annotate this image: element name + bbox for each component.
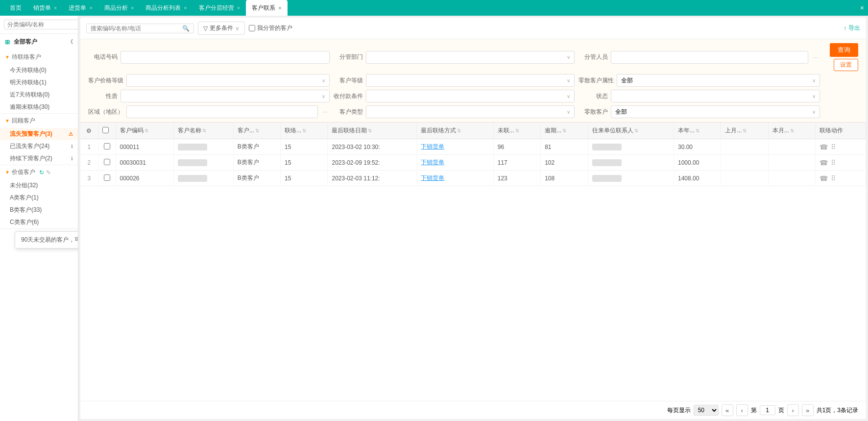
search-input[interactable] [91, 25, 180, 32]
sidebar-item-classB[interactable]: B类客户(33) [0, 204, 78, 216]
my-managed-checkbox[interactable] [249, 25, 255, 31]
phone-icon-1[interactable]: ☎ [820, 159, 828, 167]
phone-icon-0[interactable]: ☎ [820, 143, 828, 151]
input-person[interactable] [611, 51, 808, 64]
more-icon-2[interactable]: ⠿ [831, 174, 836, 182]
th-this-year[interactable]: 本年...⇅ [674, 123, 721, 139]
close-purchase[interactable]: × [89, 5, 92, 11]
edit-icon[interactable]: ✎ [46, 169, 51, 176]
sidebar-search-input[interactable] [4, 20, 78, 29]
sidebar-item-churned[interactable]: 已流失客户(24) ℹ [0, 140, 78, 152]
section-title-pending[interactable]: ▼ 待联络客户 [0, 50, 78, 64]
per-page-select[interactable]: 50 100 [694, 405, 719, 416]
cell-lastmethod-1[interactable]: 下销货单 [417, 155, 493, 171]
label-scatter-cust: 零散客户 [579, 108, 608, 116]
label-person: 分管人员 [579, 53, 608, 61]
more-conditions-btn[interactable]: ▽ 更多条件 ∨ [198, 22, 245, 35]
sidebar-item-tomorrow[interactable]: 明天待联络(1) [0, 76, 78, 89]
sidebar-item-declining[interactable]: 持续下滑客户(2) ℹ [0, 152, 78, 165]
settings-btn[interactable]: 设置 [834, 59, 858, 71]
search-icon-toolbar[interactable]: 🔍 [182, 25, 190, 32]
th-contact-person[interactable]: 往来单位联系人⇅ [588, 123, 674, 139]
th-contact[interactable]: 联络...⇅ [281, 123, 328, 139]
row-checkbox-0[interactable] [104, 143, 110, 149]
my-managed-label[interactable]: 我分管的客户 [249, 24, 292, 32]
th-this-month[interactable]: 本月...⇅ [768, 123, 815, 139]
prev-page-btn[interactable]: ‹ [736, 404, 748, 416]
close-all-tabs[interactable]: × [860, 4, 864, 12]
select-all-checkbox[interactable] [102, 127, 109, 133]
cell-lastmethod-2[interactable]: 下销货单 [417, 171, 493, 186]
nav-home[interactable]: 首页 [4, 0, 27, 16]
dots-region[interactable]: ··· [321, 108, 330, 115]
sidebar-all-customers[interactable]: ⊞ 全部客户 《 [0, 34, 78, 50]
cell-check-1[interactable] [98, 155, 116, 171]
close-product-list[interactable]: × [184, 5, 187, 11]
close-sales[interactable]: × [54, 5, 57, 11]
nav-sales[interactable]: 销货单 × [27, 0, 63, 16]
cell-lastmethod-0[interactable]: 下销货单 [417, 139, 493, 155]
input-phone[interactable] [121, 51, 330, 64]
select-status[interactable]: ∨ [611, 90, 820, 102]
sidebar-item-classA[interactable]: A类客户(1) [0, 192, 78, 204]
th-checkbox[interactable] [98, 123, 116, 139]
cell-check-2[interactable] [98, 171, 116, 186]
link-lastmethod-0[interactable]: 下销货单 [421, 143, 444, 150]
more-icon-0[interactable]: ⠿ [831, 143, 836, 151]
next-page-btn[interactable]: › [787, 404, 799, 416]
th-overdue[interactable]: 逾期...⇅ [541, 123, 588, 139]
select-dept[interactable]: ∨ [366, 51, 575, 64]
select-payment[interactable]: ∨ [366, 90, 575, 102]
th-no-contact[interactable]: 未联...⇅ [493, 123, 540, 139]
select-scatter-cust[interactable]: 全部 ∨ [611, 105, 820, 118]
last-page-btn[interactable]: » [802, 404, 814, 416]
section-title-review[interactable]: ▼ 回顾客户 [0, 114, 78, 128]
select-price-level[interactable]: ∨ [126, 74, 330, 87]
refresh-icon[interactable]: ↻ [39, 169, 44, 176]
page-input[interactable] [760, 405, 775, 415]
th-last-method[interactable]: 最后联络方式⇅ [417, 123, 493, 139]
close-customer-tier[interactable]: × [237, 5, 240, 11]
nav-product-analysis[interactable]: 商品分析 × [98, 0, 140, 16]
nav-customer-contact[interactable]: 客户联系 × [246, 0, 287, 16]
sidebar-item-7days[interactable]: 近7天待联络(0) [0, 89, 78, 101]
table-row: 1 000011 B类客户 15 2023-03-02 10:30: 下销货单 … [80, 139, 866, 155]
sidebar-item-churn-warning[interactable]: 流失预警客户(3) ⚠ [0, 128, 78, 140]
th-code[interactable]: 客户编码⇅ [116, 123, 174, 139]
th-settings[interactable]: ⚙ [80, 123, 98, 139]
sidebar-item-overdue[interactable]: 逾期未联络(30) [0, 101, 78, 113]
cell-overdue-0: 81 [541, 139, 588, 155]
select-cust-type[interactable]: ∨ [366, 105, 575, 118]
nav-product-list[interactable]: 商品分析列表 × [140, 0, 193, 16]
query-btn[interactable]: 查询 [830, 43, 858, 57]
nav-purchase[interactable]: 进货单 × [63, 0, 98, 16]
th-last-month[interactable]: 上月...⇅ [721, 123, 768, 139]
row-checkbox-1[interactable] [104, 159, 110, 165]
select-nature[interactable]: ∨ [121, 90, 330, 102]
close-customer-contact[interactable]: × [278, 5, 281, 11]
nav-customer-tier[interactable]: 客户分层经营 × [193, 0, 246, 16]
section-title-value[interactable]: ▼ 价值客户 ↻ ✎ [0, 165, 78, 179]
input-region[interactable] [126, 105, 318, 118]
cell-thismonth-0 [768, 139, 815, 155]
link-lastmethod-1[interactable]: 下销货单 [421, 159, 444, 166]
th-type[interactable]: 客户...⇅ [233, 123, 280, 139]
select-scatter-attr[interactable]: 全部 ∨ [617, 74, 820, 87]
close-product-analysis[interactable]: × [131, 5, 134, 11]
select-cust-level[interactable]: ∨ [366, 74, 575, 87]
sidebar-item-today[interactable]: 今天待联络(0) [0, 64, 78, 76]
first-page-btn[interactable]: « [722, 404, 733, 416]
dots-person[interactable]: ··· [811, 54, 820, 61]
sidebar-item-classC[interactable]: C类客户(6) [0, 216, 78, 228]
more-icon-1[interactable]: ⠿ [831, 159, 836, 167]
th-last-date[interactable]: 最后联络日期⇅ [328, 123, 417, 139]
collapse-icon[interactable]: 《 [68, 38, 73, 46]
phone-icon-2[interactable]: ☎ [820, 174, 828, 182]
sidebar-item-ungrouped[interactable]: 未分组(32) [0, 179, 78, 192]
th-name[interactable]: 客户名称⇅ [174, 123, 234, 139]
total-records: 共1页，3条记录 [817, 406, 858, 415]
row-checkbox-2[interactable] [104, 174, 110, 181]
export-btn[interactable]: ↑ 导出 [844, 24, 860, 32]
link-lastmethod-2[interactable]: 下销货单 [421, 174, 444, 181]
cell-check-0[interactable] [98, 139, 116, 155]
